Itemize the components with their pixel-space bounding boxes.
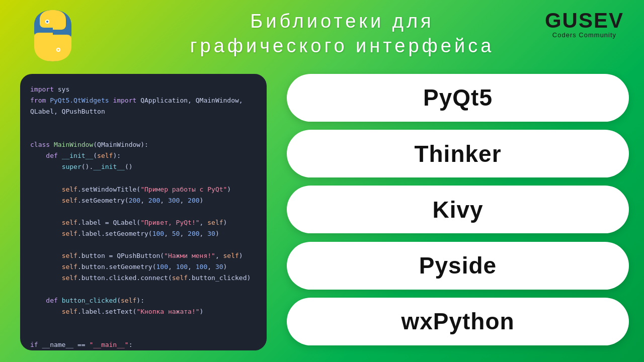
python-logo bbox=[25, 8, 80, 63]
library-kivy-label: Kivy bbox=[432, 196, 483, 223]
svg-point-2 bbox=[46, 21, 48, 23]
svg-point-3 bbox=[57, 49, 59, 51]
code-block: import sys from PyQt5.QtWidgets import Q… bbox=[30, 84, 257, 350]
header-title: Библиотеки для графического интерфейса bbox=[20, 9, 624, 59]
library-wxpython[interactable]: wxPython bbox=[287, 298, 629, 345]
header: Библиотеки для графического интерфейса G… bbox=[0, 0, 644, 64]
library-kivy[interactable]: Kivy bbox=[287, 186, 629, 233]
library-thinker[interactable]: Thinker bbox=[287, 130, 629, 177]
title-line2: графического интерфейса bbox=[190, 35, 495, 56]
title-line1: Библиотеки для bbox=[250, 11, 434, 32]
brand-name: GUSEV bbox=[545, 10, 624, 31]
main-content: import sys from PyQt5.QtWidgets import Q… bbox=[0, 64, 644, 355]
library-pyside-label: Pyside bbox=[419, 252, 497, 279]
library-pyqt5[interactable]: PyQt5 bbox=[287, 74, 629, 122]
library-pyside[interactable]: Pyside bbox=[287, 242, 629, 290]
libraries-panel: PyQt5 Thinker Kivy Pyside wxPython bbox=[287, 69, 629, 350]
library-thinker-label: Thinker bbox=[414, 140, 501, 167]
library-pyqt5-label: PyQt5 bbox=[423, 84, 493, 111]
brand-logo: GUSEV Coders Community bbox=[545, 10, 624, 39]
brand-subtitle: Coders Community bbox=[545, 31, 624, 39]
code-panel: import sys from PyQt5.QtWidgets import Q… bbox=[20, 74, 267, 350]
library-wxpython-label: wxPython bbox=[401, 308, 514, 335]
